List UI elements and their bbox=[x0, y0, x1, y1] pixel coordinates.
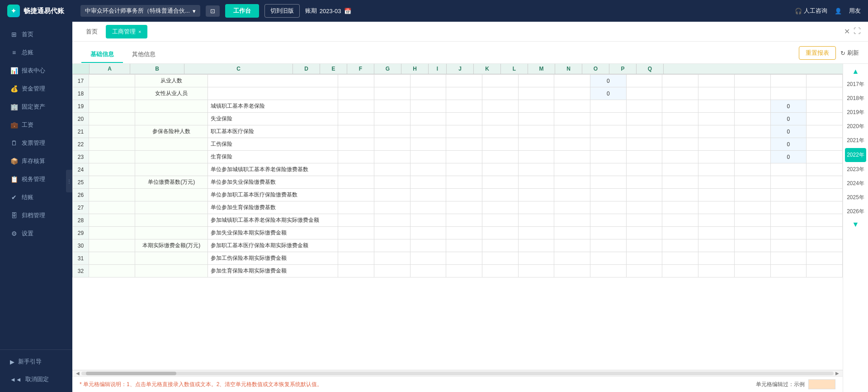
cell-17-c[interactable] bbox=[208, 75, 338, 87]
cell-17-q[interactable] bbox=[807, 75, 843, 87]
cell-27-e[interactable] bbox=[374, 201, 410, 214]
sidebar-item-settings[interactable]: ⚙ 设置 bbox=[3, 225, 70, 242]
cell-19-i[interactable] bbox=[518, 100, 554, 113]
year-2024[interactable]: 2024年 bbox=[843, 177, 868, 191]
cell-19-a[interactable] bbox=[89, 100, 135, 113]
cell-29-k[interactable] bbox=[590, 227, 627, 239]
cell-23-q[interactable] bbox=[807, 151, 843, 163]
cell-32-q[interactable] bbox=[807, 265, 843, 277]
tab-biz-mgmt[interactable]: 工商管理 × bbox=[106, 25, 147, 38]
cell-29-q[interactable] bbox=[807, 227, 843, 239]
cell-29-d[interactable] bbox=[338, 227, 374, 239]
cell-26-l[interactable] bbox=[626, 189, 662, 201]
cell-26-g[interactable] bbox=[446, 189, 482, 201]
reset-report-button[interactable]: 重置报表 bbox=[799, 46, 836, 60]
cell-31-n[interactable] bbox=[698, 252, 735, 265]
sidebar-item-home[interactable]: ⊞ 首页 bbox=[3, 26, 70, 43]
year-2017[interactable]: 2017年 bbox=[843, 77, 868, 91]
cell-30-b[interactable]: 本期实际缴费金额(万元) bbox=[135, 239, 208, 252]
cell-28-c[interactable]: 参加城镇职工基本养老保险本期实际缴费金额 bbox=[208, 214, 338, 227]
cell-21-o[interactable] bbox=[734, 125, 770, 138]
cell-17-d[interactable] bbox=[338, 75, 374, 87]
cell-31-b[interactable] bbox=[135, 252, 208, 265]
cell-20-f[interactable] bbox=[410, 113, 446, 125]
sidebar-item-closing[interactable]: ✔ 结账 bbox=[3, 189, 70, 206]
cell-22-e[interactable] bbox=[374, 138, 410, 151]
cell-23-a[interactable] bbox=[89, 151, 135, 163]
cell-18-m[interactable] bbox=[662, 87, 698, 100]
cell-26-j[interactable] bbox=[554, 189, 590, 201]
cell-22-m[interactable] bbox=[662, 138, 698, 151]
cell-28-i[interactable] bbox=[518, 214, 554, 227]
cell-25-h[interactable] bbox=[482, 176, 518, 189]
sidebar-item-assets[interactable]: 🏢 固定资产 bbox=[3, 98, 70, 115]
cell-26-o[interactable] bbox=[734, 189, 770, 201]
sidebar-item-archive[interactable]: 🗄 归档管理 bbox=[3, 207, 70, 224]
cell-30-a[interactable] bbox=[89, 239, 135, 252]
cell-18-n[interactable] bbox=[698, 87, 735, 100]
tab-home[interactable]: 首页 bbox=[80, 25, 104, 38]
cell-18-h[interactable] bbox=[482, 87, 518, 100]
cell-28-j[interactable] bbox=[554, 214, 590, 227]
cell-20-l[interactable] bbox=[626, 113, 662, 125]
cell-27-c[interactable]: 单位参加生育保险缴费基数 bbox=[208, 201, 338, 214]
cell-20-c[interactable]: 失业保险 bbox=[208, 113, 338, 125]
cell-24-b[interactable] bbox=[135, 163, 208, 176]
cell-18-k[interactable]: 0 bbox=[590, 87, 627, 100]
cell-23-b[interactable] bbox=[135, 151, 208, 163]
cell-22-b[interactable] bbox=[135, 138, 208, 151]
cell-27-i[interactable] bbox=[518, 201, 554, 214]
cell-24-q[interactable] bbox=[807, 163, 843, 176]
cell-27-f[interactable] bbox=[410, 201, 446, 214]
cell-27-n[interactable] bbox=[698, 201, 735, 214]
sidebar-item-invoice[interactable]: 🗒 发票管理 bbox=[3, 134, 70, 152]
cell-18-l[interactable] bbox=[626, 87, 662, 100]
cell-25-b[interactable]: 单位缴费基数(万元) bbox=[135, 176, 208, 189]
cell-19-d[interactable] bbox=[338, 100, 374, 113]
cell-32-b[interactable] bbox=[135, 265, 208, 277]
cell-30-p[interactable] bbox=[770, 239, 807, 252]
cell-21-g[interactable] bbox=[446, 125, 482, 138]
cell-29-e[interactable] bbox=[374, 227, 410, 239]
cell-28-l[interactable] bbox=[626, 214, 662, 227]
cell-23-h[interactable] bbox=[482, 151, 518, 163]
cell-28-b[interactable] bbox=[135, 214, 208, 227]
cell-28-q[interactable] bbox=[807, 214, 843, 227]
cell-19-c[interactable]: 城镇职工基本养老保险 bbox=[208, 100, 338, 113]
cell-28-n[interactable] bbox=[698, 214, 735, 227]
cell-23-c[interactable]: 生育保险 bbox=[208, 151, 338, 163]
cell-29-n[interactable] bbox=[698, 227, 735, 239]
cell-25-i[interactable] bbox=[518, 176, 554, 189]
cell-23-j[interactable] bbox=[554, 151, 590, 163]
cell-32-g[interactable] bbox=[446, 265, 482, 277]
cell-29-h[interactable] bbox=[482, 227, 518, 239]
cell-22-g[interactable] bbox=[446, 138, 482, 151]
cell-25-n[interactable] bbox=[698, 176, 735, 189]
cell-20-d[interactable] bbox=[338, 113, 374, 125]
cell-29-l[interactable] bbox=[626, 227, 662, 239]
cell-29-j[interactable] bbox=[554, 227, 590, 239]
cell-24-l[interactable] bbox=[626, 163, 662, 176]
scroll-left-arrow[interactable]: ◀ bbox=[74, 371, 81, 376]
company-selector[interactable]: 中审众环会计师事务所（特殊普通合伙... ▾ bbox=[80, 5, 200, 17]
cell-22-j[interactable] bbox=[554, 138, 590, 151]
cell-27-o[interactable] bbox=[734, 201, 770, 214]
cell-24-c[interactable]: 单位参加城镇职工基本养老保险缴费基数 bbox=[208, 163, 338, 176]
cell-30-o[interactable] bbox=[734, 239, 770, 252]
cell-31-h[interactable] bbox=[482, 252, 518, 265]
cell-17-m[interactable] bbox=[662, 75, 698, 87]
cell-21-f[interactable] bbox=[410, 125, 446, 138]
cell-31-c[interactable]: 参加工伤保险本期实际缴费金额 bbox=[208, 252, 338, 265]
cell-29-c[interactable]: 参加失业保险本期实际缴费金额 bbox=[208, 227, 338, 239]
cell-20-m[interactable] bbox=[662, 113, 698, 125]
cell-30-q[interactable] bbox=[807, 239, 843, 252]
cell-28-g[interactable] bbox=[446, 214, 482, 227]
cell-19-n[interactable] bbox=[698, 100, 735, 113]
cell-18-o[interactable] bbox=[734, 87, 770, 100]
cell-24-j[interactable] bbox=[554, 163, 590, 176]
cell-19-b[interactable] bbox=[135, 100, 208, 113]
cell-18-e[interactable] bbox=[374, 87, 410, 100]
cell-31-p[interactable] bbox=[770, 252, 807, 265]
cell-30-k[interactable] bbox=[590, 239, 627, 252]
cell-19-k[interactable] bbox=[590, 100, 627, 113]
